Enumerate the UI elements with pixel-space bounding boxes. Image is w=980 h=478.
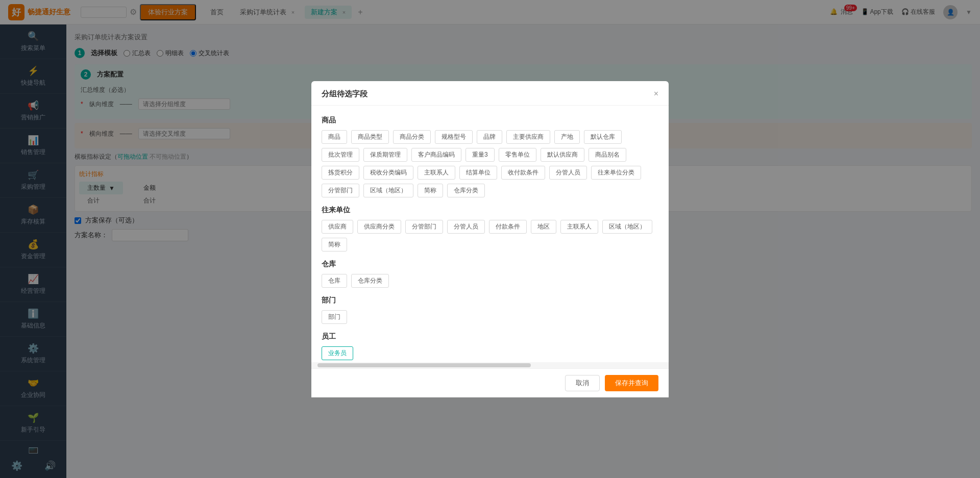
field-tag[interactable]: 主要供应商 xyxy=(506,130,550,144)
field-tag[interactable]: 商品类型 xyxy=(351,130,389,144)
field-tag[interactable]: 地区 xyxy=(531,220,556,234)
field-tag[interactable]: 简称 xyxy=(322,238,347,251)
field-tag[interactable]: 批次管理 xyxy=(322,148,359,162)
field-tag[interactable]: 商品 xyxy=(322,130,347,144)
modal-header: 分组待选字段 × xyxy=(311,81,669,106)
field-tag[interactable]: 主联系人 xyxy=(560,220,598,234)
field-tag[interactable]: 主联系人 xyxy=(418,166,455,180)
section-employee-title: 员工 xyxy=(322,332,658,341)
employee-fields: 业务员 xyxy=(322,346,658,360)
field-tag[interactable]: 品牌 xyxy=(477,130,502,144)
field-tag[interactable]: 商品别名 xyxy=(589,148,626,162)
modal-close-btn[interactable]: × xyxy=(654,89,658,98)
modal-dialog: 分组待选字段 × 商品 商品 商品类型 商品分类 规格型号 品牌 主要供应商 产… xyxy=(311,81,669,397)
modal-body: 商品 商品 商品类型 商品分类 规格型号 品牌 主要供应商 产地 默认仓库 批次… xyxy=(311,106,669,362)
field-tag[interactable]: 商品分类 xyxy=(393,130,431,144)
modal-footer: 取消 保存并查询 xyxy=(311,368,669,397)
section-product: 商品 商品 商品类型 商品分类 规格型号 品牌 主要供应商 产地 默认仓库 批次… xyxy=(322,116,658,197)
field-tag[interactable]: 分管部门 xyxy=(405,220,443,234)
hscroll-thumb xyxy=(317,363,531,367)
field-tag[interactable]: 区域（地区） xyxy=(602,220,652,234)
field-tag[interactable]: 产地 xyxy=(554,130,580,144)
field-tag-employee[interactable]: 业务员 xyxy=(322,346,353,360)
field-tag[interactable]: 分管人员 xyxy=(549,166,587,180)
department-fields: 部门 xyxy=(322,310,658,324)
section-contacts: 往来单位 供应商 供应商分类 分管部门 分管人员 付款条件 地区 主联系人 区域… xyxy=(322,206,658,251)
section-department: 部门 部门 xyxy=(322,296,658,324)
field-tag[interactable]: 结算单位 xyxy=(459,166,497,180)
modal-overlay: 分组待选字段 × 商品 商品 商品类型 商品分类 规格型号 品牌 主要供应商 产… xyxy=(0,0,980,478)
cancel-button[interactable]: 取消 xyxy=(565,375,600,391)
modal-horizontal-scrollbar[interactable] xyxy=(311,362,669,368)
section-warehouse-title: 仓库 xyxy=(322,260,658,269)
field-tag[interactable]: 区域（地区） xyxy=(363,184,413,197)
field-tag[interactable]: 客户商品编码 xyxy=(411,148,461,162)
contacts-fields: 供应商 供应商分类 分管部门 分管人员 付款条件 地区 主联系人 区域（地区） … xyxy=(322,220,658,251)
field-tag[interactable]: 保质期管理 xyxy=(363,148,407,162)
field-tag[interactable]: 收付款条件 xyxy=(501,166,545,180)
field-tag[interactable]: 仓库分类 xyxy=(351,274,389,288)
field-tag[interactable]: 分管人员 xyxy=(447,220,485,234)
field-tag[interactable]: 简称 xyxy=(418,184,443,197)
field-tag[interactable]: 仓库 xyxy=(322,274,347,288)
field-tag[interactable]: 零售单位 xyxy=(499,148,536,162)
field-tag[interactable]: 部门 xyxy=(322,310,347,324)
section-department-title: 部门 xyxy=(322,296,658,305)
warehouse-fields: 仓库 仓库分类 xyxy=(322,274,658,288)
field-tag[interactable]: 付款条件 xyxy=(489,220,527,234)
product-fields: 商品 商品类型 商品分类 规格型号 品牌 主要供应商 产地 默认仓库 批次管理 … xyxy=(322,130,658,197)
section-contacts-title: 往来单位 xyxy=(322,206,658,215)
field-tag[interactable]: 仓库分类 xyxy=(447,184,485,197)
field-tag[interactable]: 税收分类编码 xyxy=(363,166,413,180)
section-product-title: 商品 xyxy=(322,116,658,125)
field-tag[interactable]: 供应商 xyxy=(322,220,353,234)
modal-title: 分组待选字段 xyxy=(322,89,368,99)
field-tag[interactable]: 默认仓库 xyxy=(584,130,622,144)
field-tag[interactable]: 规格型号 xyxy=(435,130,473,144)
field-tag[interactable]: 重量3 xyxy=(465,148,495,162)
field-tag[interactable]: 往来单位分类 xyxy=(591,166,641,180)
field-tag[interactable]: 默认供应商 xyxy=(541,148,584,162)
section-warehouse: 仓库 仓库 仓库分类 xyxy=(322,260,658,288)
field-tag[interactable]: 分管部门 xyxy=(322,184,359,197)
confirm-button[interactable]: 保存并查询 xyxy=(605,375,658,391)
section-employee: 员工 业务员 xyxy=(322,332,658,360)
field-tag[interactable]: 拣货积分 xyxy=(322,166,359,180)
field-tag[interactable]: 供应商分类 xyxy=(357,220,401,234)
